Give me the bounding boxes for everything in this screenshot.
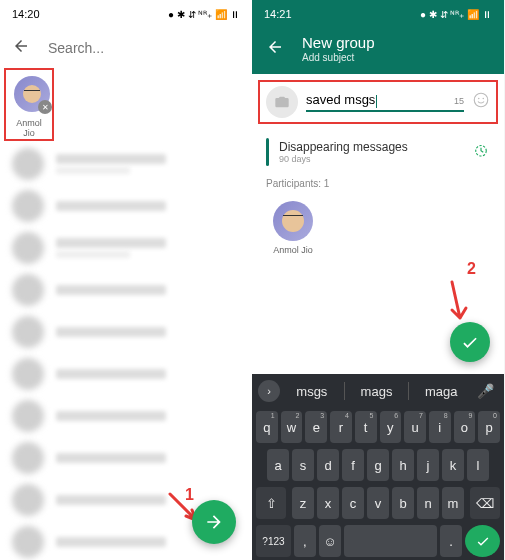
keyboard-row: asdfghjkl <box>252 446 504 484</box>
key-b[interactable]: b <box>392 487 414 519</box>
key-y[interactable]: y6 <box>380 411 402 443</box>
camera-icon <box>274 94 290 110</box>
disappearing-messages-row[interactable]: Disappearing messages 90 days <box>252 130 504 174</box>
suggestion-bar: › msgs mags maga 🎤 <box>252 374 504 408</box>
expand-suggestions-icon[interactable]: › <box>258 380 280 402</box>
backspace-key[interactable]: ⌫ <box>470 487 500 519</box>
group-photo-button[interactable] <box>266 86 298 118</box>
key-z[interactable]: z <box>292 487 314 519</box>
key-g[interactable]: g <box>367 449 389 481</box>
new-group-screen: 14:21 ● ✱ ⇵ ᴺᴿ₊ 📶 ⏸ New group Add subjec… <box>252 0 504 560</box>
participant-name: Anmol Jio <box>266 245 320 255</box>
key-v[interactable]: v <box>367 487 389 519</box>
list-item[interactable] <box>0 311 252 353</box>
arrow-right-icon <box>204 512 224 532</box>
page-subtitle: Add subject <box>302 52 375 64</box>
key-d[interactable]: d <box>317 449 339 481</box>
emoji-icon[interactable] <box>472 91 490 113</box>
key-e[interactable]: e3 <box>305 411 327 443</box>
key-f[interactable]: f <box>342 449 364 481</box>
space-key[interactable] <box>344 525 437 557</box>
svg-point-0 <box>474 93 488 107</box>
list-item[interactable] <box>0 353 252 395</box>
page-title: New group <box>302 34 375 52</box>
key-w[interactable]: w2 <box>281 411 303 443</box>
status-bar: 14:21 ● ✱ ⇵ ᴺᴿ₊ 📶 ⏸ <box>252 0 504 28</box>
soft-keyboard: › msgs mags maga 🎤 q1w2e3r4t5y6u7i8o9p0 … <box>252 374 504 560</box>
selected-contact-highlight: ✕ Anmol Jio <box>4 68 54 141</box>
status-bar: 14:20 ● ✱ ⇵ ᴺᴿ₊ 📶 ⏸ <box>0 0 252 28</box>
app-header: New group Add subject <box>252 28 504 74</box>
list-item[interactable] <box>0 395 252 437</box>
list-item[interactable] <box>0 227 252 269</box>
status-indicators: ● ✱ ⇵ ᴺᴿ₊ 📶 ⏸ <box>420 9 492 20</box>
participant-chip[interactable]: Anmol Jio <box>266 201 320 255</box>
key-p[interactable]: p0 <box>478 411 500 443</box>
mic-icon[interactable]: 🎤 <box>473 383 498 399</box>
status-time: 14:21 <box>264 8 420 20</box>
disappearing-title: Disappearing messages <box>279 140 462 154</box>
key-o[interactable]: o9 <box>454 411 476 443</box>
subject-input[interactable]: saved msgs 15 <box>306 92 464 111</box>
comma-key[interactable]: , <box>294 525 316 557</box>
symbols-key[interactable]: ?123 <box>256 525 291 557</box>
svg-point-1 <box>478 98 480 100</box>
group-subject-highlight: saved msgs 15 <box>258 80 498 124</box>
search-bar <box>0 28 252 68</box>
list-item[interactable] <box>0 437 252 479</box>
key-h[interactable]: h <box>392 449 414 481</box>
key-m[interactable]: m <box>442 487 464 519</box>
avatar <box>273 201 313 241</box>
contact-list <box>0 141 252 560</box>
check-icon <box>460 332 480 352</box>
annotation-step-2: 2 <box>467 260 476 278</box>
disappearing-subtitle: 90 days <box>279 154 462 164</box>
emoji-key[interactable]: ☺ <box>319 525 341 557</box>
keyboard-row: ?123 , ☺ . <box>252 522 504 560</box>
key-a[interactable]: a <box>267 449 289 481</box>
participants-label: Participants: 1 <box>252 174 504 193</box>
selected-contact-chip[interactable]: ✕ <box>14 76 50 112</box>
suggestion[interactable]: msgs <box>284 384 340 399</box>
next-fab-button[interactable] <box>192 500 236 544</box>
shift-key[interactable]: ⇧ <box>256 487 286 519</box>
selected-contact-name: Anmol Jio <box>10 118 48 138</box>
key-j[interactable]: j <box>417 449 439 481</box>
back-icon[interactable] <box>266 38 284 60</box>
accent-bar <box>266 138 269 166</box>
confirm-fab-button[interactable] <box>450 322 490 362</box>
key-r[interactable]: r4 <box>330 411 352 443</box>
char-count: 15 <box>454 96 464 106</box>
key-u[interactable]: u7 <box>404 411 426 443</box>
suggestion[interactable]: mags <box>349 384 405 399</box>
key-i[interactable]: i8 <box>429 411 451 443</box>
key-k[interactable]: k <box>442 449 464 481</box>
keyboard-row: ⇧ zxcvbnm ⌫ <box>252 484 504 522</box>
status-time: 14:20 <box>12 8 168 20</box>
period-key[interactable]: . <box>440 525 462 557</box>
key-t[interactable]: t5 <box>355 411 377 443</box>
keyboard-row: q1w2e3r4t5y6u7i8o9p0 <box>252 408 504 446</box>
key-x[interactable]: x <box>317 487 339 519</box>
annotation-arrow-icon <box>434 278 474 328</box>
remove-icon[interactable]: ✕ <box>38 100 52 114</box>
check-icon <box>475 533 491 549</box>
key-c[interactable]: c <box>342 487 364 519</box>
key-s[interactable]: s <box>292 449 314 481</box>
svg-point-2 <box>483 98 485 100</box>
search-input[interactable] <box>48 40 240 56</box>
back-icon[interactable] <box>12 37 30 59</box>
list-item[interactable] <box>0 185 252 227</box>
suggestion[interactable]: maga <box>413 384 469 399</box>
key-n[interactable]: n <box>417 487 439 519</box>
key-l[interactable]: l <box>467 449 489 481</box>
status-indicators: ● ✱ ⇵ ᴺᴿ₊ 📶 ⏸ <box>168 9 240 20</box>
timer-icon <box>472 141 490 163</box>
list-item[interactable] <box>0 143 252 185</box>
list-item[interactable] <box>0 269 252 311</box>
key-q[interactable]: q1 <box>256 411 278 443</box>
contact-selection-screen: 14:20 ● ✱ ⇵ ᴺᴿ₊ 📶 ⏸ ✕ Anmol Jio 1 <box>0 0 252 560</box>
enter-key[interactable] <box>465 525 500 557</box>
